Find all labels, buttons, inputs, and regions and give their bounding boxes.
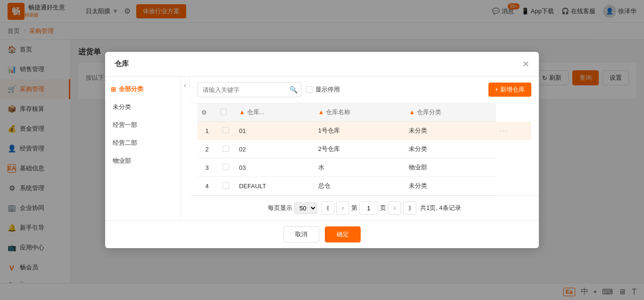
row-code: 03 [235,158,314,177]
show-disabled-checkbox[interactable] [306,86,313,93]
row-category: 未分类 [405,122,496,140]
warehouse-table: ⚙ ▲ 仓库... ▲ 仓库名称 ▲ 仓库分类 1 01 [198,103,531,195]
warehouse-modal: 仓库 ✕ ⊞ 全部分类 未分类 经营一部 经营二部 物业部 ‹ [105,52,539,248]
per-page-label: 每页显示 50 [268,202,317,214]
row-category: 物业部 [405,158,496,177]
row-settings: 1 [198,122,216,140]
modal-sidebar-all[interactable]: ⊞ 全部分类 [105,80,180,98]
prev-page-button[interactable]: ‹ [336,201,349,215]
row-no: 3 [198,158,216,177]
close-icon[interactable]: ✕ [522,60,529,68]
grid-icon: ⊞ [111,86,116,93]
row-checkbox[interactable] [216,122,235,140]
row-code: 01 [235,122,314,140]
row-name: 水 [314,158,405,177]
modal-table-wrap: ⚙ ▲ 仓库... ▲ 仓库名称 ▲ 仓库分类 1 01 [190,103,539,195]
page-nav: ⟪ ‹ 第 页 › ⟫ [321,201,416,215]
row-name: 总仓 [314,177,405,195]
table-body: 1 01 1号仓库 未分类 ··· 2 02 2 [198,122,531,195]
th-category: ▲ 仓库分类 [405,103,496,122]
modal-sidebar-all-label: 全部分类 [119,85,143,93]
row-no: 4 [198,177,216,195]
search-input[interactable] [198,82,301,97]
row-name: 1号仓库 [314,122,405,140]
table-row[interactable]: 1 01 1号仓库 未分类 ··· [198,122,531,140]
row-no: 2 [198,140,216,158]
page-number-input[interactable] [359,201,378,215]
modal-overlay: 仓库 ✕ ⊞ 全部分类 未分类 经营一部 经营二部 物业部 ‹ [0,0,644,300]
modal-title: 仓库 [115,59,129,68]
th-checkbox [216,103,235,122]
page-label: 第 [351,204,357,212]
first-page-button[interactable]: ⟪ [321,201,334,215]
row-checkbox[interactable] [216,158,235,177]
modal-sidebar-dept2[interactable]: 经营二部 [105,134,180,152]
row-checkbox[interactable] [216,177,235,195]
table-row[interactable]: 4 DEFAULT 总仓 未分类 [198,177,531,195]
next-page-button[interactable]: › [388,201,401,215]
last-page-button[interactable]: ⟫ [403,201,416,215]
modal-header: 仓库 ✕ [105,52,539,76]
row-code: DEFAULT [235,177,314,195]
th-name: ▲ 仓库名称 [314,103,405,122]
row-checkbox[interactable] [216,140,235,158]
total-label: 共1页, 4条记录 [420,204,461,212]
modal-body: ⊞ 全部分类 未分类 经营一部 经营二部 物业部 ‹ 🔍 [105,76,539,220]
row-name: 2号仓库 [314,140,405,158]
pagination: 每页显示 50 ⟪ ‹ 第 页 › ⟫ 共1页, 4条记录 [190,195,539,220]
row-category: 未分类 [405,140,496,158]
modal-toolbar: 🔍 显示停用 + 新增仓库 [190,76,539,103]
modal-main: 🔍 显示停用 + 新增仓库 ⚙ [190,76,539,220]
modal-sidebar-uncategorized[interactable]: 未分类 [105,98,180,116]
row-code: 02 [235,140,314,158]
row-category: 未分类 [405,177,496,195]
search-icon[interactable]: 🔍 [289,86,297,93]
modal-sidebar-dept3[interactable]: 物业部 [105,152,180,170]
confirm-button[interactable]: 确定 [325,226,361,242]
per-page-select[interactable]: 50 [294,202,317,214]
show-disabled-toggle[interactable]: 显示停用 [306,85,340,94]
search-wrap: 🔍 [198,82,301,97]
row-actions[interactable]: ··· [496,122,531,140]
show-disabled-label: 显示停用 [315,85,340,94]
header-checkbox[interactable] [220,108,227,115]
modal-sidebar-dept1[interactable]: 经营一部 [105,116,180,134]
th-code: ▲ 仓库... [235,103,314,122]
table-header: ⚙ ▲ 仓库... ▲ 仓库名称 ▲ 仓库分类 [198,103,531,122]
page-end-label: 页 [380,204,386,212]
modal-sidebar: ⊞ 全部分类 未分类 经营一部 经营二部 物业部 [105,76,181,220]
add-warehouse-button[interactable]: + 新增仓库 [488,83,531,97]
table-row[interactable]: 2 02 2号仓库 未分类 [198,140,531,158]
cancel-button[interactable]: 取消 [283,226,319,242]
table-row[interactable]: 3 03 水 物业部 [198,158,531,177]
modal-footer: 取消 确定 [105,220,539,248]
th-settings: ⚙ [198,103,216,122]
sidebar-collapse-button[interactable]: ‹ [181,76,190,90]
